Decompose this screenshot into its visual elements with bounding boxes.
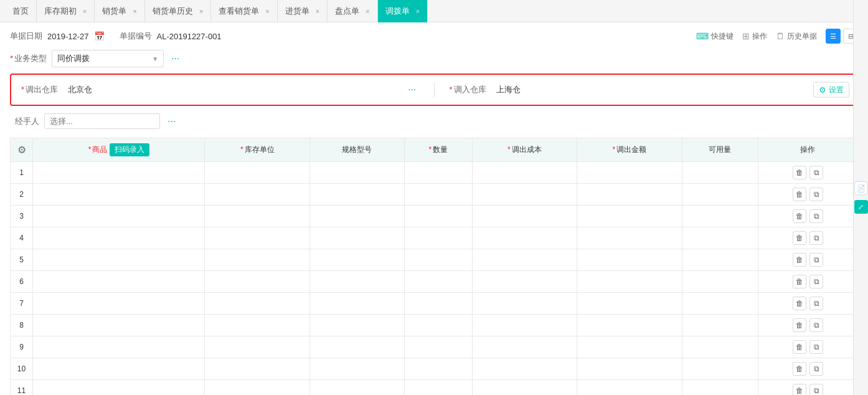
copy-icon-4[interactable]: ⧉ (809, 231, 823, 245)
tab-close-stocktake[interactable]: × (366, 7, 369, 15)
shortcuts-button[interactable]: ⌨ 快捷键 (696, 31, 734, 42)
copy-icon-2[interactable]: ⧉ (809, 188, 823, 201)
sidebar-doc-button[interactable]: 📄 (854, 181, 868, 195)
biz-type-more-icon[interactable]: ··· (169, 53, 182, 64)
col-settings[interactable]: ⚙ (11, 138, 33, 162)
row-product-8[interactable] (33, 315, 205, 336)
row-qty-4[interactable] (404, 227, 472, 249)
row-qty-11[interactable] (404, 380, 472, 396)
row-product-5[interactable] (33, 249, 205, 271)
row-qty-10[interactable] (404, 358, 472, 380)
row-amount-10[interactable] (577, 358, 682, 380)
biz-type-select[interactable]: 同价调拨 ▼ (52, 50, 164, 67)
row-amount-3[interactable] (577, 206, 682, 227)
delete-icon-7[interactable]: 🗑 (793, 297, 806, 310)
tab-sales-order[interactable]: 销货单 × (95, 0, 144, 22)
tab-transfer[interactable]: 调拨单 × (378, 0, 428, 22)
delete-icon-4[interactable]: 🗑 (793, 231, 806, 245)
row-cost-10[interactable] (472, 358, 577, 380)
delete-icon-9[interactable]: 🗑 (793, 340, 806, 354)
col-settings-icon[interactable]: ⚙ (17, 145, 26, 155)
row-cost-5[interactable] (472, 249, 577, 271)
delete-icon-11[interactable]: 🗑 (793, 384, 806, 395)
calendar-icon[interactable]: 📅 (94, 31, 105, 41)
copy-icon-1[interactable]: ⧉ (809, 166, 823, 179)
tab-stocktake[interactable]: 盘点单 × (328, 0, 377, 22)
delete-icon-3[interactable]: 🗑 (793, 209, 806, 223)
copy-icon-5[interactable]: ⧉ (809, 253, 823, 267)
row-product-10[interactable] (33, 358, 205, 380)
row-qty-7[interactable] (404, 293, 472, 315)
scan-button[interactable]: 扫码录入 (110, 143, 149, 156)
delete-icon-5[interactable]: 🗑 (793, 253, 806, 267)
copy-icon-7[interactable]: ⧉ (809, 297, 823, 310)
row-qty-2[interactable] (404, 184, 472, 206)
row-product-6[interactable] (33, 271, 205, 293)
row-amount-9[interactable] (577, 336, 682, 358)
row-qty-5[interactable] (404, 249, 472, 271)
row-product-3[interactable] (33, 206, 205, 227)
delete-icon-1[interactable]: 🗑 (793, 166, 806, 179)
tab-close-view-sales[interactable]: × (265, 7, 269, 15)
toolbar-list-icon[interactable]: ☰ (826, 29, 841, 44)
row-cost-6[interactable] (472, 271, 577, 293)
row-cost-8[interactable] (472, 315, 577, 336)
row-amount-2[interactable] (577, 184, 682, 206)
copy-icon-8[interactable]: ⧉ (809, 318, 823, 332)
row-qty-3[interactable] (404, 206, 472, 227)
tab-home[interactable]: 首页 (5, 0, 37, 22)
history-button[interactable]: 🗒 历史单据 (776, 31, 817, 42)
tab-close-sales-history[interactable]: × (199, 7, 203, 15)
tab-close-purchase[interactable]: × (316, 7, 319, 15)
row-cost-11[interactable] (472, 380, 577, 396)
delete-icon-2[interactable]: 🗑 (793, 188, 806, 201)
tab-close-inventory-init[interactable]: × (83, 7, 87, 15)
row-amount-5[interactable] (577, 249, 682, 271)
row-product-7[interactable] (33, 293, 205, 315)
row-product-9[interactable] (33, 336, 205, 358)
delete-icon-8[interactable]: 🗑 (793, 318, 806, 332)
row-product-11[interactable] (33, 380, 205, 396)
row-cost-7[interactable] (472, 293, 577, 315)
row-cost-2[interactable] (472, 184, 577, 206)
copy-icon-10[interactable]: ⧉ (809, 362, 823, 376)
row-qty-1[interactable] (404, 162, 472, 184)
out-warehouse-more-icon[interactable]: ··· (405, 84, 418, 95)
row-qty-9[interactable] (404, 336, 472, 358)
row-amount-7[interactable] (577, 293, 682, 315)
tab-sales-history[interactable]: 销货单历史 × (145, 0, 211, 22)
row-amount-8[interactable] (577, 315, 682, 336)
delete-icon-10[interactable]: 🗑 (793, 362, 806, 376)
copy-icon-11[interactable]: ⧉ (809, 384, 823, 395)
row-cost-9[interactable] (472, 336, 577, 358)
row-spec-6 (309, 271, 404, 293)
delete-icon-6[interactable]: 🗑 (793, 275, 806, 288)
row-product-4[interactable] (33, 227, 205, 249)
handler-more-icon[interactable]: ··· (165, 116, 178, 127)
copy-icon-9[interactable]: ⧉ (809, 340, 823, 354)
row-product-1[interactable] (33, 162, 205, 184)
row-cost-4[interactable] (472, 227, 577, 249)
row-qty-8[interactable] (404, 315, 472, 336)
sidebar-expand-button[interactable]: ⤢ (854, 200, 868, 214)
row-amount-4[interactable] (577, 227, 682, 249)
operations-button[interactable]: ⊞ 操作 (742, 31, 767, 42)
row-cost-1[interactable] (472, 162, 577, 184)
copy-icon-3[interactable]: ⧉ (809, 209, 823, 223)
tab-purchase[interactable]: 进货单 × (278, 0, 328, 22)
tab-close-transfer[interactable]: × (416, 7, 420, 15)
row-num-2: 2 (11, 184, 33, 206)
tab-view-sales[interactable]: 查看销货单 × (211, 0, 277, 22)
row-qty-6[interactable] (404, 271, 472, 293)
tab-close-sales-order[interactable]: × (133, 7, 136, 15)
row-cost-3[interactable] (472, 206, 577, 227)
row-product-2[interactable] (33, 184, 205, 206)
handler-input[interactable] (44, 113, 160, 129)
row-amount-1[interactable] (577, 162, 682, 184)
settings-button[interactable]: ⚙ 设置 (813, 82, 849, 98)
tab-inventory-init[interactable]: 库存期初 × (37, 0, 95, 22)
copy-icon-6[interactable]: ⧉ (809, 275, 823, 288)
row-amount-11[interactable] (577, 380, 682, 396)
row-amount-6[interactable] (577, 271, 682, 293)
doc-icon: 📄 (857, 184, 866, 193)
